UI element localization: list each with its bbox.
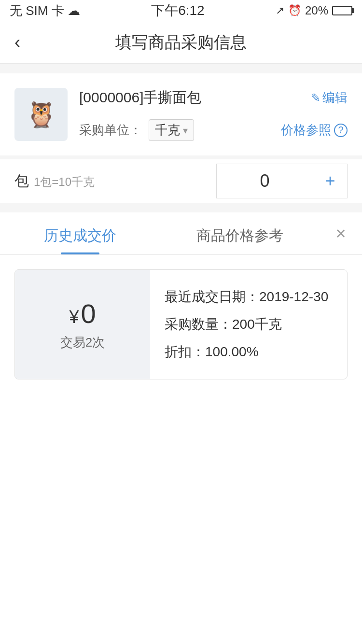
purchase-qty-value: 200千克 bbox=[232, 317, 282, 332]
quantity-section: 包 1包=10千克 + bbox=[0, 159, 362, 203]
discount-value: 100.00% bbox=[205, 344, 259, 359]
back-button[interactable]: ‹ bbox=[14, 34, 20, 51]
price-currency: ¥ bbox=[69, 307, 79, 327]
price-amount: 0 bbox=[81, 298, 96, 329]
price-card-left: ¥0 交易2次 bbox=[15, 270, 150, 379]
unit-label: 采购单位： bbox=[79, 123, 142, 137]
trade-count: 交易2次 bbox=[60, 334, 105, 351]
discount-row: 折扣：100.00% bbox=[165, 342, 333, 361]
status-bar: 无 SIM 卡 ☁ 下午6:12 ↗ ⏰ 20% bbox=[0, 0, 362, 21]
last-trade-date-row: 最近成交日期：2019-12-30 bbox=[165, 287, 333, 306]
tab-price-ref-label: 商品价格参考 bbox=[196, 226, 283, 246]
discount-label: 折扣： bbox=[165, 344, 205, 359]
edit-button[interactable]: ✎ 编辑 bbox=[311, 89, 348, 106]
page-title: 填写商品采购信息 bbox=[115, 31, 247, 54]
quantity-input[interactable] bbox=[216, 164, 313, 198]
status-right: ↗ ⏰ 20% bbox=[276, 4, 352, 17]
nav-bar: ‹ 填写商品采购信息 bbox=[0, 21, 362, 64]
price-ref-label: 价格参照 bbox=[281, 122, 331, 139]
product-name: [0000006]手撕面包 bbox=[79, 88, 201, 108]
unit-select[interactable]: 千克 ▾ bbox=[149, 119, 194, 141]
chevron-down-icon: ▾ bbox=[183, 125, 188, 136]
unit-display: 包 1包=10千克 bbox=[14, 171, 95, 191]
content-spacer bbox=[0, 394, 362, 644]
qty-control: + bbox=[216, 164, 348, 198]
alarm-icon: ⏰ bbox=[288, 4, 301, 17]
purchase-qty-row: 采购数量：200千克 bbox=[165, 315, 333, 334]
product-thumbnail: 🦉 bbox=[14, 88, 68, 141]
last-trade-date-value: 2019-12-30 bbox=[259, 289, 328, 304]
tab-history-price[interactable]: 历史成交价 bbox=[0, 212, 160, 254]
tab-history-label: 历史成交价 bbox=[44, 226, 116, 246]
help-icon: ? bbox=[334, 124, 348, 137]
purchase-qty-label: 采购数量： bbox=[165, 317, 232, 332]
last-trade-date-label: 最近成交日期： bbox=[165, 289, 259, 304]
unit-conversion: 1包=10千克 bbox=[34, 174, 95, 190]
tab-content: ¥0 交易2次 最近成交日期：2019-12-30 采购数量：200千克 折扣：… bbox=[0, 255, 362, 394]
product-section: 🦉 [0000006]手撕面包 ✎ 编辑 采购单位： 千克 ▾ 价格参照 ? bbox=[0, 73, 362, 155]
location-icon: ↗ bbox=[276, 4, 284, 17]
status-time: 下午6:12 bbox=[151, 1, 205, 20]
tabs-panel: 历史成交价 商品价格参考 × ¥0 交易2次 最近成交日期：2019-12-30… bbox=[0, 212, 362, 394]
unit-value: 千克 bbox=[155, 122, 180, 139]
unit-name: 包 bbox=[14, 171, 29, 191]
product-info: [0000006]手撕面包 ✎ 编辑 采购单位： 千克 ▾ 价格参照 ? bbox=[79, 88, 348, 141]
product-icon: 🦉 bbox=[26, 100, 57, 129]
price-card: ¥0 交易2次 最近成交日期：2019-12-30 采购数量：200千克 折扣：… bbox=[14, 269, 348, 379]
battery-percent: 20% bbox=[305, 4, 328, 17]
price-card-right: 最近成交日期：2019-12-30 采购数量：200千克 折扣：100.00% bbox=[150, 270, 347, 379]
edit-label: 编辑 bbox=[322, 89, 348, 106]
sim-label: 无 SIM 卡 ☁ bbox=[10, 2, 80, 19]
tabs-close-button[interactable]: × bbox=[320, 212, 362, 255]
price-ref-button[interactable]: 价格参照 ? bbox=[281, 122, 348, 139]
qty-plus-button[interactable]: + bbox=[313, 164, 348, 198]
edit-icon: ✎ bbox=[311, 91, 320, 105]
battery-icon bbox=[332, 6, 352, 15]
price-value: ¥0 bbox=[69, 298, 96, 329]
tab-underline bbox=[61, 252, 99, 254]
tab-price-ref[interactable]: 商品价格参考 bbox=[160, 212, 320, 254]
tabs-header: 历史成交价 商品价格参考 × bbox=[0, 212, 362, 255]
status-left: 无 SIM 卡 ☁ bbox=[10, 2, 80, 19]
